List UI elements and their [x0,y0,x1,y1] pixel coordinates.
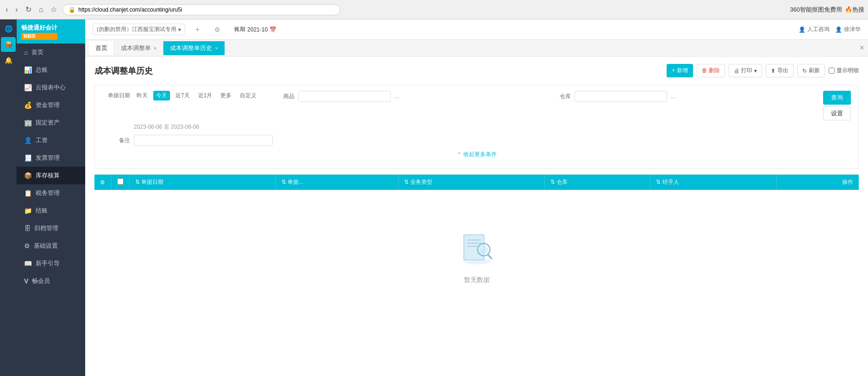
tab-home-label: 首页 [95,44,107,52]
sidebar-item-assets[interactable]: 🏢 固定资产 [17,114,85,132]
workspace-dropdown-icon: ▾ [178,26,181,33]
table-col-settings[interactable]: ⚙ [94,175,111,190]
forward-button[interactable]: › [13,4,19,16]
assets-nav-icon: 🏢 [24,119,32,126]
search-label: 360智能抠图免费用 [790,6,842,14]
date-btn-yesterday[interactable]: 昨天 [134,91,150,100]
date-btn-today[interactable]: 今天 [153,91,170,100]
calendar-icon: 📅 [269,26,276,33]
show-columns-checkbox[interactable] [829,68,835,74]
top-bar-right: 👤 人工咨询 👤 徐泽华 [799,25,861,33]
close-all-tabs-button[interactable]: × [859,43,864,53]
warehouse-more-button[interactable]: ... [671,93,675,100]
table-col-handler[interactable]: ⇅ 经手人 [650,175,776,190]
sidebar-item-invoice[interactable]: 🧾 发票管理 [17,149,85,167]
refresh-label: 刷新 [809,67,820,75]
table-col-biztype[interactable]: ⇅ 业务类型 [398,175,544,190]
collapse-button[interactable]: ⌃ 收起更多条件 [454,148,500,161]
user-info[interactable]: 👤 徐泽华 [835,25,861,33]
sidebar-logo: 畅捷通好会计 旗舰版 [17,19,85,44]
sidebar-item-funds[interactable]: 💰 资金管理 [17,96,85,114]
sidebar-item-ledger[interactable]: 📊 总账 [17,61,85,79]
print-button[interactable]: 🖨 打印 ▾ [729,64,762,77]
table-col-number[interactable]: ⇅ 单据... [275,175,398,190]
table-col-warehouse[interactable]: ⇅ 仓库 [545,175,650,190]
date-shortcuts: 昨天 今天 近7天 近1月 更多 自定义 [134,91,259,100]
new-button[interactable]: + 新增 [667,64,693,77]
sidebar-label-closing: 结账 [36,207,48,215]
settings-nav-icon: ⚙ [24,242,30,250]
delete-button[interactable]: 🗑 删除 [697,64,725,77]
sidebar-item-salary[interactable]: 👤 工资 [17,132,85,149]
browser-chrome: ‹ › ↻ ⌂ ☆ 🔒 https://cloud.chanjet.com/ac… [0,0,868,19]
filter-area: 单据日期 昨天 今天 近7天 近1月 更多 自定义 商品 [94,85,859,169]
print-icon: 🖨 [734,68,739,74]
tab-cost-adjust-close[interactable]: × [154,45,156,51]
table-col-checkbox[interactable] [111,175,129,190]
sidebar-label-invoice: 发票管理 [36,154,60,162]
url-text: https://cloud.chanjet.com/accounting/uru… [78,6,182,13]
tax-nav-icon: 📋 [24,189,32,197]
star-button[interactable]: ☆ [49,3,59,16]
query-button[interactable]: 查询 [823,91,851,105]
collapse-label: 收起更多条件 [463,150,497,158]
goods-filter-input[interactable] [298,91,391,102]
sidebar-item-tax[interactable]: 📋 税务管理 [17,184,85,202]
note-filter-input[interactable] [134,135,273,146]
home-nav-icon: ⌂ [24,49,28,56]
refresh-icon: ↻ [802,68,807,74]
app-icon-weibo[interactable]: 🌐 [1,21,16,36]
workspace-selector[interactable]: (勿删勿禁用）江西服宝测试专用 ▾ [93,24,185,35]
sidebar-item-home[interactable]: ⌂ 首页 [17,44,85,61]
empty-state: 暂无数据 [94,190,859,321]
refresh-button-page[interactable]: ↻ 刷新 [797,64,825,77]
service-button[interactable]: 👤 人工咨询 [799,25,830,33]
filter-settings-button[interactable]: 设置 [823,107,851,120]
export-button[interactable]: ⬆ 导出 [766,64,793,77]
sidebar-item-inventory[interactable]: 📦 库存核算 [17,167,85,184]
sidebar-item-member[interactable]: V 畅会员 [17,272,85,290]
date-btn-more[interactable]: 更多 [218,91,234,100]
tab-home[interactable]: 首页 [89,41,114,55]
table-header: ⚙ ⇅ 单据日期 ⇅ 单据... ⇅ 业务类型 [94,175,859,190]
sidebar-label-archive: 归档管理 [34,224,58,232]
user-avatar-icon: 👤 [835,26,842,33]
workspace-label: (勿删勿禁用）江西服宝测试专用 [97,25,176,33]
back-button[interactable]: ‹ [4,4,10,16]
service-icon: 👤 [799,26,806,33]
sidebar-item-closing[interactable]: 📁 结账 [17,202,85,219]
date-btn-7days[interactable]: 近7天 [173,91,193,100]
col-date-label: ⇅ 单据日期 [135,179,163,185]
sidebar-item-archive[interactable]: 🗄 归档管理 [17,219,85,237]
sidebar-item-guide[interactable]: 📖 新手引导 [17,255,85,272]
warehouse-filter-input[interactable] [575,91,667,102]
app-icon-3[interactable]: 🔔 [1,53,16,68]
col-handler-label: ⇅ 经手人 [656,179,679,185]
sidebar-item-settings[interactable]: ⚙ 基础设置 [17,237,85,255]
tab-cost-adjust-history[interactable]: 成本调整单历史 × [163,41,225,55]
select-all-checkbox[interactable] [117,178,124,185]
page-title: 成本调整单历史 [94,65,153,76]
date-btn-custom[interactable]: 自定义 [237,91,259,100]
tab-cost-adjust[interactable]: 成本调整单 × [114,41,163,55]
empty-text: 暂无数据 [464,276,490,284]
settings-workspace-button[interactable]: ⚙ [210,24,225,36]
show-columns-text: 显示明细 [837,67,859,75]
tab-cost-adjust-history-close[interactable]: × [215,45,218,51]
sidebar-item-reports[interactable]: 📈 云报表中心 [17,79,85,96]
svg-point-9 [481,247,483,249]
show-columns-label[interactable]: 显示明细 [829,67,859,75]
collapse-row: ⌃ 收起更多条件 [102,148,851,161]
home-button[interactable]: ⌂ [37,4,45,16]
empty-document-svg [454,227,500,269]
goods-more-button[interactable]: ... [394,93,399,100]
tab-cost-adjust-label: 成本调整单 [121,44,151,52]
date-btn-1month[interactable]: 近1月 [195,91,215,100]
closing-nav-icon: 📁 [24,207,32,214]
add-workspace-button[interactable]: + [191,23,204,36]
url-bar[interactable]: 🔒 https://cloud.chanjet.com/accounting/u… [62,4,340,15]
tabs-bar: 首页 成本调整单 × 成本调整单历史 × × [85,40,868,56]
table-col-date[interactable]: ⇅ 单据日期 [129,175,275,190]
app-icon-active[interactable]: 📦 [1,37,16,52]
refresh-button[interactable]: ↻ [24,3,33,16]
